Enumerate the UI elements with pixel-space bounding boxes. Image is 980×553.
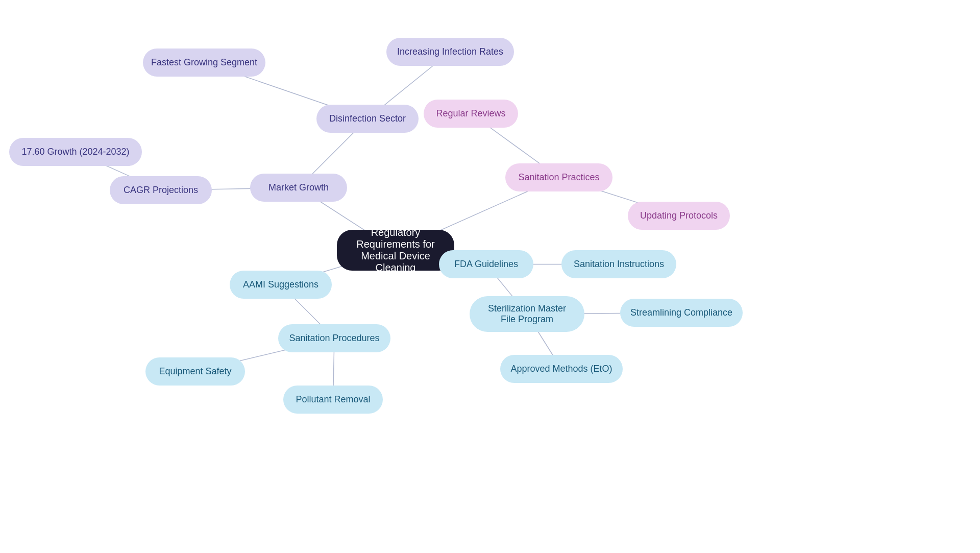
mind-map-container: Regulatory Requirements for Medical Devi… [0, 0, 980, 553]
node-regular-reviews[interactable]: Regular Reviews [424, 100, 518, 128]
node-updating-protocols[interactable]: Updating Protocols [628, 202, 730, 230]
node-sterilization-master-file[interactable]: Sterilization Master File Program [470, 296, 584, 332]
node-sanitation-instructions[interactable]: Sanitation Instructions [561, 250, 676, 278]
node-fastest-growing-segment[interactable]: Fastest Growing Segment [143, 49, 265, 77]
node-market-growth[interactable]: Market Growth [250, 174, 347, 202]
node-equipment-safety[interactable]: Equipment Safety [145, 357, 245, 386]
node-fda-guidelines[interactable]: FDA Guidelines [439, 250, 533, 278]
node-approved-methods[interactable]: Approved Methods (EtO) [500, 355, 623, 383]
node-sanitation-practices[interactable]: Sanitation Practices [505, 163, 612, 191]
node-sanitation-procedures[interactable]: Sanitation Procedures [278, 324, 390, 352]
node-disinfection-sector[interactable]: Disinfection Sector [316, 105, 419, 133]
node-streamlining-compliance[interactable]: Streamlining Compliance [620, 299, 743, 327]
node-17-60-growth[interactable]: 17.60 Growth (2024-2032) [9, 138, 142, 166]
node-aami-suggestions[interactable]: AAMI Suggestions [230, 271, 332, 299]
center-node[interactable]: Regulatory Requirements for Medical Devi… [337, 230, 454, 271]
node-increasing-infection-rates[interactable]: Increasing Infection Rates [386, 38, 514, 66]
node-cagr-projections[interactable]: CAGR Projections [110, 176, 212, 204]
node-pollutant-removal[interactable]: Pollutant Removal [283, 386, 383, 414]
